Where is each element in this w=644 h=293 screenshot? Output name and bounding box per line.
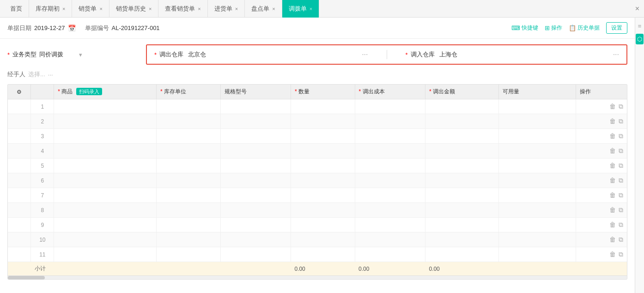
history-button[interactable]: 📋 历史单据 xyxy=(569,24,600,32)
copy-row-icon[interactable]: ⧉ xyxy=(619,250,623,258)
row-amount[interactable] xyxy=(425,188,498,203)
row-qty[interactable] xyxy=(291,99,355,114)
row-qty[interactable] xyxy=(291,159,355,173)
tab-close-stocktake[interactable]: × xyxy=(272,6,275,12)
row-cost[interactable] xyxy=(355,173,425,188)
row-available[interactable] xyxy=(499,114,576,129)
tab-sales-history[interactable]: 销货单历史 × xyxy=(109,0,158,18)
delete-row-icon[interactable]: 🗑 xyxy=(609,236,616,243)
row-unit[interactable] xyxy=(156,247,220,262)
row-spec[interactable] xyxy=(220,188,291,203)
row-available[interactable] xyxy=(499,144,576,159)
row-unit[interactable] xyxy=(156,99,220,114)
source-warehouse-more-icon[interactable]: ··· xyxy=(362,50,368,59)
row-spec[interactable] xyxy=(220,173,291,188)
person-placeholder[interactable]: 选择... xyxy=(28,70,45,79)
row-spec[interactable] xyxy=(220,144,291,159)
row-amount[interactable] xyxy=(425,173,498,188)
row-amount[interactable] xyxy=(425,99,498,114)
source-warehouse-value[interactable]: 北京仓 xyxy=(188,50,206,59)
delete-row-icon[interactable]: 🗑 xyxy=(609,221,616,228)
tab-inventory-init[interactable]: 库存期初 × xyxy=(29,0,72,18)
row-spec[interactable] xyxy=(220,232,291,247)
row-available[interactable] xyxy=(499,129,576,144)
row-cost[interactable] xyxy=(355,218,425,232)
delete-row-icon[interactable]: 🗑 xyxy=(609,250,616,258)
copy-row-icon[interactable]: ⧉ xyxy=(619,236,623,243)
tab-sales-order[interactable]: 销货单 × xyxy=(72,0,109,18)
row-cost[interactable] xyxy=(355,144,425,159)
copy-row-icon[interactable]: ⧉ xyxy=(619,177,623,184)
copy-row-icon[interactable]: ⧉ xyxy=(619,103,623,110)
row-cost[interactable] xyxy=(355,232,425,247)
tab-transfer[interactable]: 调拨单 × xyxy=(282,0,319,18)
row-spec[interactable] xyxy=(220,159,291,173)
row-amount[interactable] xyxy=(425,232,498,247)
row-available[interactable] xyxy=(499,99,576,114)
row-qty[interactable] xyxy=(291,129,355,144)
row-unit[interactable] xyxy=(156,129,220,144)
target-warehouse-value[interactable]: 上海仓 xyxy=(439,50,457,59)
tab-close-purchase-order[interactable]: × xyxy=(235,6,238,12)
row-spec[interactable] xyxy=(220,114,291,129)
tab-stocktake[interactable]: 盘点单 × xyxy=(245,0,282,18)
row-product[interactable] xyxy=(54,247,157,262)
delete-row-icon[interactable]: 🗑 xyxy=(609,117,616,125)
copy-row-icon[interactable]: ⧉ xyxy=(619,117,623,125)
row-cost[interactable] xyxy=(355,159,425,173)
row-amount[interactable] xyxy=(425,144,498,159)
person-more-icon[interactable]: ··· xyxy=(48,71,53,78)
row-unit[interactable] xyxy=(156,159,220,173)
row-amount[interactable] xyxy=(425,114,498,129)
delete-row-icon[interactable]: 🗑 xyxy=(609,177,616,184)
tab-close-transfer[interactable]: × xyxy=(310,6,312,12)
row-spec[interactable] xyxy=(220,247,291,262)
delete-row-icon[interactable]: 🗑 xyxy=(609,206,616,214)
operation-button[interactable]: ⊞ 操作 xyxy=(545,24,562,32)
row-available[interactable] xyxy=(499,232,576,247)
delete-row-icon[interactable]: 🗑 xyxy=(609,191,616,199)
row-qty[interactable] xyxy=(291,232,355,247)
copy-row-icon[interactable]: ⧉ xyxy=(619,132,623,140)
copy-row-icon[interactable]: ⧉ xyxy=(619,191,623,199)
row-spec[interactable] xyxy=(220,203,291,218)
row-cost[interactable] xyxy=(355,99,425,114)
shortcut-button[interactable]: ⌨ 快捷键 xyxy=(511,24,538,32)
settings-button[interactable]: 设置 xyxy=(606,22,627,34)
row-available[interactable] xyxy=(499,188,576,203)
row-available[interactable] xyxy=(499,159,576,173)
row-spec[interactable] xyxy=(220,129,291,144)
row-product[interactable] xyxy=(54,232,157,247)
delete-row-icon[interactable]: 🗑 xyxy=(609,147,616,154)
sidebar-expand-icon[interactable]: ⬡ xyxy=(636,34,644,44)
row-unit[interactable] xyxy=(156,203,220,218)
scan-button[interactable]: 扫码录入 xyxy=(76,88,102,95)
row-cost[interactable] xyxy=(355,203,425,218)
row-available[interactable] xyxy=(499,173,576,188)
row-product[interactable] xyxy=(54,188,157,203)
row-product[interactable] xyxy=(54,173,157,188)
sidebar-list-icon[interactable]: ≡ xyxy=(637,21,643,31)
tab-view-sales[interactable]: 查看销货单 × xyxy=(158,0,207,18)
row-qty[interactable] xyxy=(291,247,355,262)
row-available[interactable] xyxy=(499,247,576,262)
row-qty[interactable] xyxy=(291,173,355,188)
row-qty[interactable] xyxy=(291,188,355,203)
copy-row-icon[interactable]: ⧉ xyxy=(619,206,623,214)
row-amount[interactable] xyxy=(425,247,498,262)
tab-purchase-order[interactable]: 进货单 × xyxy=(208,0,245,18)
delete-row-icon[interactable]: 🗑 xyxy=(609,132,616,140)
copy-row-icon[interactable]: ⧉ xyxy=(619,221,623,228)
row-product[interactable] xyxy=(54,99,157,114)
row-unit[interactable] xyxy=(156,144,220,159)
row-spec[interactable] xyxy=(220,99,291,114)
row-unit[interactable] xyxy=(156,232,220,247)
row-qty[interactable] xyxy=(291,203,355,218)
row-spec[interactable] xyxy=(220,218,291,232)
row-product[interactable] xyxy=(54,144,157,159)
window-close-button[interactable]: × xyxy=(635,5,639,13)
row-product[interactable] xyxy=(54,129,157,144)
row-cost[interactable] xyxy=(355,247,425,262)
row-amount[interactable] xyxy=(425,203,498,218)
row-unit[interactable] xyxy=(156,188,220,203)
